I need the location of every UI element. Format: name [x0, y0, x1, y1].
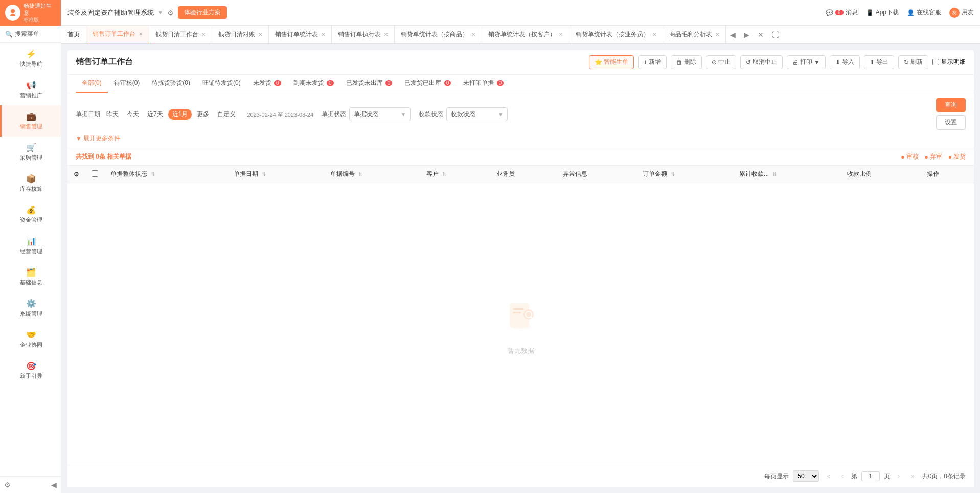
last-page-btn[interactable]: » — [907, 471, 918, 481]
tab-sales-stats[interactable]: 销售订单统计表 ✕ — [269, 26, 332, 44]
filter-settings-btn[interactable]: 设置 — [936, 115, 966, 130]
tab-maximize-btn[interactable]: ⛶ — [768, 26, 783, 44]
tab-sales-workbench[interactable]: 销售订单工作台 ✕ — [86, 26, 149, 44]
tab-cash-reconcile[interactable]: 钱货日清对账 ✕ — [212, 26, 269, 44]
tab-sales-summary-product-close[interactable]: ✕ — [471, 32, 475, 37]
page-size-select[interactable]: 50 100 200 — [793, 470, 819, 482]
th-payment-ratio[interactable]: 收款比例 — [841, 166, 921, 183]
show-detail-label[interactable]: 显示明细 — [932, 58, 966, 66]
date-btn-7days[interactable]: 近7天 — [144, 109, 166, 120]
tab-sales-stats-close[interactable]: ✕ — [321, 32, 325, 37]
page-input[interactable] — [861, 471, 880, 481]
prev-page-btn[interactable]: ‹ — [838, 471, 847, 481]
sidebar-item-guide[interactable]: 🎯 新手引导 — [0, 355, 61, 386]
expand-btn[interactable]: ▼ 展开更多条件 — [76, 134, 966, 143]
date-btn-today[interactable]: 今天 — [124, 109, 142, 120]
logo-text-block: 畅捷通好生意 标准版 — [24, 2, 56, 24]
ship-btn[interactable]: ● 发货 — [948, 152, 966, 161]
sidebar-item-quick-nav[interactable]: ⚡ 快捷导航 — [0, 43, 61, 74]
th-gear[interactable]: ⚙ — [67, 166, 85, 183]
import-btn[interactable]: ⬇ 导入 — [830, 55, 860, 69]
show-detail-checkbox[interactable] — [932, 59, 939, 65]
tab-close-all-btn[interactable]: ✕ — [754, 26, 768, 44]
th-accumulated[interactable]: 累计收款... ⇅ — [733, 166, 840, 183]
sidebar-item-basic[interactable]: 🗂️ 基础信息 — [0, 261, 61, 293]
th-number[interactable]: 单据编号 ⇅ — [324, 166, 421, 183]
user-btn[interactable]: 友 用友 — [949, 8, 974, 18]
sidebar-item-finance[interactable]: 💰 资金管理 — [0, 199, 61, 230]
tab-next-btn[interactable]: ▶ — [740, 26, 754, 44]
online-service-btn[interactable]: 👤 在线客服 — [907, 8, 941, 17]
status-filter-select[interactable]: 单据状态 ▼ — [349, 107, 411, 121]
tab-sales-summary-customer[interactable]: 销货单统计表（按客户） ✕ — [482, 26, 569, 44]
add-btn[interactable]: + 新增 — [638, 55, 667, 69]
tab-gross-profit[interactable]: 商品毛利分析表 ✕ — [663, 26, 726, 44]
sub-tab-all[interactable]: 全部(0) — [76, 75, 108, 93]
sub-tab-shipped-out[interactable]: 已发货已出库 0 — [398, 75, 457, 93]
collapse-icon[interactable]: ◀ — [51, 481, 57, 489]
tab-cash-reconcile-close[interactable]: ✕ — [258, 32, 262, 37]
settings-bottom-icon[interactable]: ⚙ — [4, 481, 11, 489]
sidebar-item-system[interactable]: ⚙️ 系统管理 — [0, 293, 61, 324]
sidebar-search[interactable]: 🔍 搜索菜单 — [0, 26, 61, 43]
tab-home[interactable]: 首页 — [61, 26, 86, 44]
sub-tab-pending-inspection[interactable]: 待拣货验货(0) — [146, 75, 196, 93]
sub-tab-expired[interactable]: 到期未发货 0 — [287, 75, 340, 93]
tab-sales-summary-staff[interactable]: 销货单统计表（按业务员） ✕ — [569, 26, 663, 44]
first-page-btn[interactable]: « — [823, 471, 834, 481]
app-download-btn[interactable]: 📱 App下载 — [866, 8, 899, 17]
review-btn[interactable]: ● 审核 — [901, 152, 918, 161]
sub-tab-wangpu[interactable]: 旺铺待发货(0) — [196, 75, 247, 93]
th-checkbox[interactable] — [85, 166, 104, 183]
tab-sales-exec-close[interactable]: ✕ — [384, 32, 388, 37]
sub-tab-pending-review-label: 待审核(0) — [114, 79, 140, 86]
tab-cash-daily-close[interactable]: ✕ — [201, 32, 206, 37]
export-btn[interactable]: ⬆ 导出 — [864, 55, 894, 69]
sub-tab-not-printed[interactable]: 未打印单据 0 — [457, 75, 510, 93]
sidebar-item-enterprise[interactable]: 🤝 企业协同 — [0, 324, 61, 355]
tab-prev-btn[interactable]: ◀ — [726, 26, 740, 44]
select-all-checkbox[interactable] — [92, 170, 98, 177]
delete-btn[interactable]: 🗑 删除 — [671, 55, 702, 69]
refresh-btn[interactable]: ↻ 刷新 — [898, 55, 928, 69]
date-btn-more[interactable]: 更多 — [194, 109, 212, 120]
tab-gross-profit-close[interactable]: ✕ — [715, 32, 719, 37]
sub-tab-shipped-not-out[interactable]: 已发货未出库 0 — [340, 75, 399, 93]
sub-tab-pending-review[interactable]: 待审核(0) — [108, 75, 146, 93]
date-btn-1month[interactable]: 近1月 — [168, 109, 192, 120]
sub-tab-not-shipped[interactable]: 未发货 0 — [247, 75, 287, 93]
th-date[interactable]: 单据日期 ⇅ — [227, 166, 324, 183]
th-customer[interactable]: 客户 ⇅ — [420, 166, 490, 183]
query-btn[interactable]: 查询 — [936, 98, 966, 112]
tab-sales-summary-staff-close[interactable]: ✕ — [652, 32, 656, 37]
message-btn[interactable]: 💬 6 消息 — [826, 8, 858, 17]
next-page-btn[interactable]: › — [894, 471, 903, 481]
tab-sales-summary-customer-close[interactable]: ✕ — [559, 32, 563, 37]
sidebar-item-inventory[interactable]: 📦 库存核算 — [0, 168, 61, 199]
print-btn[interactable]: 🖨 打印 ▼ — [787, 55, 826, 69]
th-amount[interactable]: 订单金额 ⇅ — [636, 166, 733, 183]
date-btn-custom[interactable]: 自定义 — [214, 109, 239, 120]
suspend-btn[interactable]: ⊘ 中止 — [706, 55, 736, 69]
sales-summary-customer-tab-label: 销货单统计表（按客户） — [488, 30, 556, 39]
th-abnormal[interactable]: 异常信息 — [557, 166, 636, 183]
tab-sales-exec[interactable]: 销售订单执行表 ✕ — [332, 26, 395, 44]
sidebar-item-sales[interactable]: 💼 销售管理 — [0, 105, 61, 137]
industry-btn[interactable]: 体验行业方案 — [178, 6, 227, 19]
cancel-suspend-btn[interactable]: ↺ 取消中止 — [740, 55, 783, 69]
sidebar-item-purchase[interactable]: 🛒 采购管理 — [0, 137, 61, 168]
tab-cash-daily[interactable]: 钱货日清工作台 ✕ — [149, 26, 212, 44]
page-title: 销售订单工作台 — [76, 57, 133, 68]
sidebar-item-operations[interactable]: 📊 经营管理 — [0, 230, 61, 261]
tab-sales-workbench-close[interactable]: ✕ — [139, 31, 143, 37]
smart-btn[interactable]: ⭐ 智能生单 — [589, 55, 634, 69]
uncheck-btn[interactable]: ● 弃审 — [925, 152, 942, 161]
tab-sales-summary-product[interactable]: 销货单统计表（按商品） ✕ — [395, 26, 482, 44]
settings-icon[interactable]: ⚙ — [167, 9, 174, 17]
payment-filter-select[interactable]: 收款状态 ▼ — [446, 107, 508, 121]
th-status[interactable]: 单据整体状态 ⇅ — [104, 166, 227, 183]
sidebar-item-marketing[interactable]: 📢 营销推广 — [0, 74, 61, 105]
filter-row-1: 单据日期 昨天 今天 近7天 近1月 更多 自定义 2023-02-24 至 2… — [76, 98, 966, 130]
th-staff[interactable]: 业务员 — [490, 166, 557, 183]
date-btn-yesterday[interactable]: 昨天 — [103, 109, 122, 120]
